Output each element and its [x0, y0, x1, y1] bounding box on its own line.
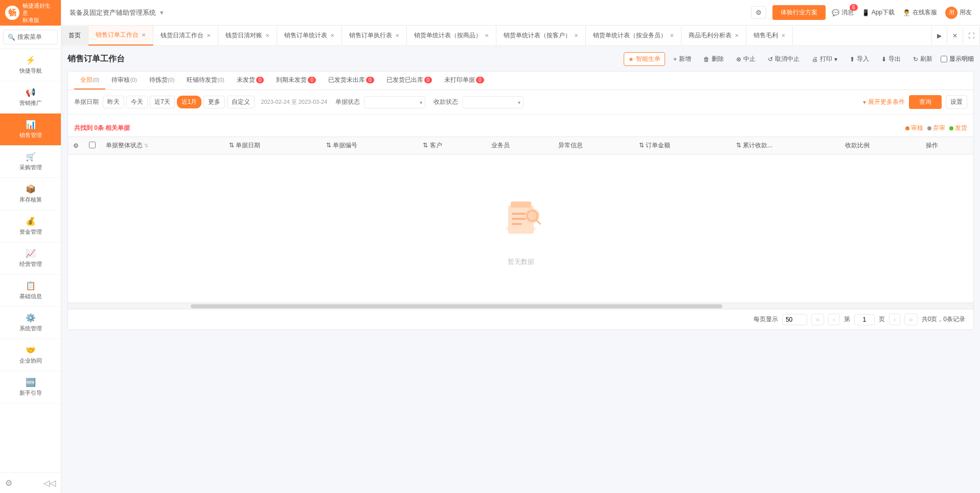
first-page-button[interactable]: «	[811, 313, 824, 325]
refresh-button[interactable]: ↻ 刷新	[909, 53, 937, 65]
date-1month-button[interactable]: 近1月	[177, 96, 202, 108]
sidebar-item-inventory[interactable]: 📦 库存核算	[0, 178, 61, 210]
filter-tab-not-shipped[interactable]: 未发货0	[231, 72, 270, 89]
table-header-checkbox[interactable]	[84, 137, 101, 154]
tab-sales-profit-close[interactable]: ✕	[781, 33, 785, 38]
print-button[interactable]: 🖨 打印 ▾	[808, 53, 841, 65]
status-select[interactable]	[364, 96, 425, 108]
page-size-select[interactable]: 50 10 20 100	[782, 314, 807, 325]
tab-sales-workbench[interactable]: 销售订单工作台 ✕	[88, 26, 153, 46]
sidebar-item-system[interactable]: ⚙️ 系统管理	[0, 307, 61, 339]
table-header-gear[interactable]: ⚙	[68, 137, 84, 154]
tab-sales-stats-customer[interactable]: 销货单统计表（按客户） ✕	[496, 26, 586, 45]
cancel-stop-button[interactable]: ↺ 取消中止	[764, 53, 804, 65]
sidebar-item-quick-nav[interactable]: ⚡ 快捷导航	[0, 49, 61, 81]
sidebar-item-sales[interactable]: 📊 销售管理	[0, 114, 61, 146]
filter-tab-all[interactable]: 全部(0)	[74, 72, 105, 89]
stop-button[interactable]: ⊗ 中止	[732, 53, 760, 65]
sort-collected-icon[interactable]: ⇅	[736, 142, 741, 149]
tab-bar: 首页 销售订单工作台 ✕ 钱货日清工作台 ✕ 钱货日清对账 ✕ 销售订单统计表 …	[61, 26, 980, 46]
tab-home[interactable]: 首页	[61, 26, 88, 45]
page-number-input[interactable]	[854, 314, 875, 325]
select-all-checkbox[interactable]	[89, 142, 96, 148]
tab-sales-stats-product[interactable]: 销货单统计表（按商品） ✕	[407, 26, 496, 45]
filter-tab-pending-pick[interactable]: 待拣货(0)	[143, 72, 180, 89]
tab-profit-close[interactable]: ✕	[735, 33, 739, 38]
date-custom-button[interactable]: 自定义	[227, 96, 255, 108]
prev-page-button[interactable]: ‹	[828, 313, 839, 325]
import-button[interactable]: ⬆ 导入	[846, 53, 873, 65]
show-detail-toggle[interactable]: 显示明细	[941, 55, 974, 63]
system-dropdown-button[interactable]: ▾	[160, 9, 164, 16]
cancel-review-action-button[interactable]: 弃审	[927, 124, 945, 132]
export-button[interactable]: ⬇ 导出	[877, 53, 905, 65]
filter-tab-pending-review[interactable]: 待审核(0)	[105, 72, 143, 89]
sidebar-item-marketing[interactable]: 📢 营销推广	[0, 81, 61, 114]
tab-stats-customer-close[interactable]: ✕	[574, 33, 578, 38]
sort-status-icon[interactable]: ⇅	[144, 143, 148, 148]
payment-select[interactable]	[462, 96, 523, 108]
review-action-button[interactable]: 审核	[905, 124, 923, 132]
tab-sales-stats-staff[interactable]: 销货单统计表（按业务员） ✕	[586, 26, 681, 45]
filter-tab-wangpu[interactable]: 旺铺待发货(0)	[180, 72, 230, 89]
app-download-action[interactable]: 📱 App下载	[862, 8, 895, 17]
tab-cash-daily[interactable]: 钱货日清工作台 ✕	[153, 26, 218, 45]
tab-cash-reconcile[interactable]: 钱货日清对账 ✕	[218, 26, 277, 45]
tab-cash-daily-close[interactable]: ✕	[207, 33, 211, 38]
date-yesterday-button[interactable]: 昨天	[103, 96, 124, 108]
tab-stats-product-close[interactable]: ✕	[485, 33, 489, 38]
sort-number-icon[interactable]: ⇅	[326, 142, 331, 149]
tab-sales-stats[interactable]: 销售订单统计表 ✕	[277, 26, 342, 45]
user-action[interactable]: 用 用友	[945, 7, 972, 19]
payment-filter-group: 收款状态	[434, 96, 523, 108]
horizontal-scrollbar[interactable]	[68, 303, 973, 309]
refresh-icon: ↻	[913, 56, 918, 63]
tab-close-all-button[interactable]: ✕	[947, 27, 963, 44]
sort-amount-icon[interactable]: ⇅	[639, 142, 644, 149]
smart-generate-button[interactable]: ★ 智能生单	[624, 52, 665, 66]
sort-date-icon[interactable]: ⇅	[229, 142, 234, 149]
date-today-button[interactable]: 今天	[126, 96, 148, 108]
tab-sales-profit[interactable]: 销售毛利 ✕	[746, 26, 793, 45]
filter-tab-not-printed[interactable]: 未打印单据0	[438, 72, 490, 89]
settings-bottom-button[interactable]: ⚙	[5, 478, 12, 488]
tab-sales-workbench-close[interactable]: ✕	[142, 32, 146, 38]
search-menu-button[interactable]: 🔍 搜索菜单	[3, 30, 58, 44]
sidebar-item-finance[interactable]: 💰 资金管理	[0, 210, 61, 242]
tab-scroll-right-button[interactable]: ▶	[932, 27, 947, 44]
show-detail-checkbox[interactable]	[941, 56, 947, 62]
tab-cash-reconcile-close[interactable]: ✕	[265, 33, 269, 38]
filter-tab-shipped-out[interactable]: 已发货已出库0	[380, 72, 439, 89]
message-action[interactable]: 💬 消息 6	[832, 8, 854, 17]
tab-sales-execution-close[interactable]: ✕	[395, 33, 399, 38]
experience-button[interactable]: 体验行业方案	[772, 5, 826, 20]
delete-button[interactable]: 🗑 删除	[699, 53, 728, 65]
sidebar-item-enterprise[interactable]: 🤝 企业协同	[0, 339, 61, 371]
add-button[interactable]: + 新增	[669, 53, 695, 65]
tab-stats-staff-close[interactable]: ✕	[670, 33, 674, 38]
online-service-action[interactable]: 👨‍💼 在线客服	[903, 8, 937, 17]
sort-customer-icon[interactable]: ⇅	[423, 142, 428, 149]
sidebar-item-guide[interactable]: 🆕 新手引导	[0, 371, 61, 404]
collapse-button[interactable]: ◁◁	[43, 478, 56, 488]
search-button[interactable]: 查询	[909, 95, 942, 109]
last-page-button[interactable]: »	[904, 313, 917, 325]
next-page-button[interactable]: ›	[889, 313, 900, 325]
sidebar-item-operations[interactable]: 📈 经营管理	[0, 242, 61, 275]
scrollbar-thumb[interactable]	[191, 304, 722, 308]
set-button[interactable]: 设置	[946, 95, 967, 109]
filter-tab-shipped-not-out[interactable]: 已发货未出库0	[322, 72, 380, 89]
filter-tab-expired-not-shipped[interactable]: 到期未发货0	[270, 72, 322, 89]
tab-sales-stats-close[interactable]: ✕	[330, 33, 334, 38]
sidebar-item-purchase[interactable]: 🛒 采购管理	[0, 146, 61, 178]
stop-icon: ⊗	[736, 56, 741, 63]
expand-more-button[interactable]: ▾ 展开更多条件	[863, 98, 905, 106]
date-more-button[interactable]: 更多	[203, 96, 225, 108]
date-7days-button[interactable]: 近7天	[150, 96, 175, 108]
settings-button[interactable]: ⚙	[751, 6, 766, 19]
sidebar-item-basic-info[interactable]: 📋 基础信息	[0, 275, 61, 307]
tab-fullscreen-button[interactable]: ⛶	[963, 27, 980, 44]
tab-profit-analysis[interactable]: 商品毛利分析表 ✕	[681, 26, 746, 45]
ship-action-button[interactable]: 发货	[949, 124, 967, 132]
tab-sales-execution[interactable]: 销售订单执行表 ✕	[342, 26, 407, 45]
